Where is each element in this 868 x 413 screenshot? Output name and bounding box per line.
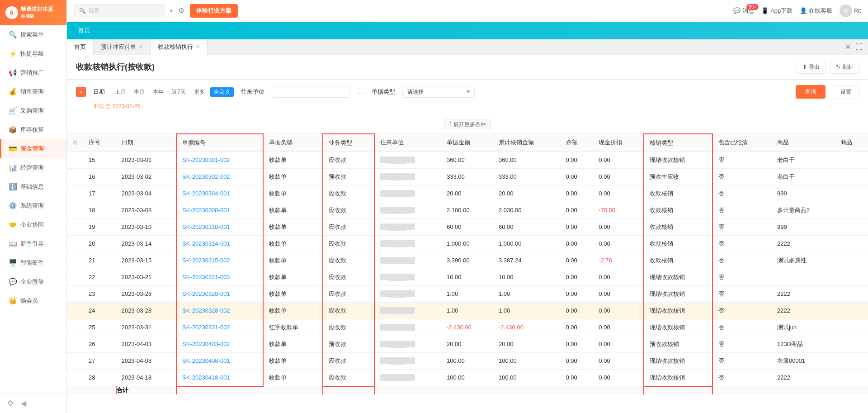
receipt-type-select[interactable]: 请选择 收款单 红字收款单	[402, 86, 475, 98]
row-balance: 0.00	[561, 302, 594, 319]
code-link[interactable]: SK-20230328-001	[182, 290, 230, 297]
row-balance: 0.00	[561, 336, 594, 352]
table-row: 24 2023-03-28 SK-20230328-002 收款单 应收款 ██…	[67, 302, 868, 319]
online-service-button[interactable]: 👤 在线客服	[800, 7, 832, 15]
export-button[interactable]: ⬆ 导出	[797, 61, 826, 74]
code-link[interactable]: SK-20230403-002	[182, 341, 230, 347]
sidebar-item-operations[interactable]: 📊 经营管理	[0, 158, 66, 177]
code-link[interactable]: SK-20230301-002	[182, 157, 230, 163]
sidebar-item-finance[interactable]: 💳 资金管理	[0, 139, 66, 158]
row-date: 2023-03-01	[116, 152, 176, 168]
row-date: 2023-03-21	[116, 269, 176, 285]
sidebar-label-hardware: 智能硬件	[20, 259, 44, 267]
row-checkbox[interactable]	[67, 285, 83, 302]
solution-button[interactable]: 体验行业方案	[190, 4, 238, 18]
filter-date-last-month[interactable]: 上月	[112, 87, 128, 97]
col-date-header: 日期	[116, 134, 176, 152]
row-checkbox[interactable]	[67, 202, 83, 218]
sidebar-item-quick[interactable]: ⚡ 快捷导航	[0, 44, 66, 63]
code-link[interactable]: SK-20230310-001	[182, 223, 230, 230]
filter-date-7days[interactable]: 近7天	[169, 87, 189, 97]
app-download-button[interactable]: 📱 App下载	[761, 7, 793, 15]
code-link[interactable]: SK-20230315-002	[182, 257, 230, 264]
sidebar-item-marketing[interactable]: 📢 营销推广	[0, 63, 66, 82]
filter-date-range: 不限 至 2023-07-26	[93, 103, 140, 110]
code-link[interactable]: SK-20230314-001	[182, 240, 230, 247]
counterparty-ellipsis[interactable]: ...	[357, 88, 365, 95]
filter-date-this-month[interactable]: 本月	[131, 87, 147, 97]
messages-button[interactable]: 💬 消息 99+	[733, 7, 754, 15]
code-link[interactable]: SK-20230328-002	[182, 307, 230, 314]
row-settled: 否	[712, 319, 772, 336]
search-chevron-icon[interactable]: ▾	[170, 8, 173, 14]
sidebar-logo: 6 畅康道好生意 标准版	[0, 0, 66, 25]
refresh-button[interactable]: ↻ 刷新	[830, 61, 859, 74]
table-header-row: ⚙ 序号 日期 单据编号 单据类型 业务类型 往来单位 单据金额 累计核销金额 …	[67, 134, 868, 152]
row-checkbox[interactable]	[67, 235, 83, 252]
col-no-header: 序号	[83, 134, 116, 152]
row-checkbox[interactable]	[67, 218, 83, 235]
col-biz-type-header: 业务类型	[323, 134, 374, 152]
tabbar-expand-icon[interactable]: ⛶	[855, 43, 863, 51]
settings-bottom-icon[interactable]: ⚙	[7, 399, 14, 408]
sidebar-item-wechat[interactable]: 💬 企业微信	[0, 272, 66, 291]
collapse-icon[interactable]: ◀	[21, 399, 26, 408]
sidebar-item-basic[interactable]: ℹ️ 基础信息	[0, 177, 66, 196]
code-link[interactable]: SK-20230308-001	[182, 207, 230, 214]
tab-home[interactable]: 首页	[67, 39, 94, 55]
code-link[interactable]: SK-20230302-002	[182, 173, 230, 180]
sidebar-item-inventory[interactable]: 📦 库存核算	[0, 120, 66, 139]
row-checkbox[interactable]	[67, 336, 83, 352]
row-checkbox[interactable]	[67, 252, 83, 269]
row-code: SK-20230418-001	[176, 369, 263, 386]
settings-gear-icon[interactable]: ⚙	[178, 6, 184, 15]
topbar-search[interactable]: 🔍 搜索	[74, 4, 165, 17]
expand-conditions-button[interactable]: ˅ 展开更多条件	[444, 119, 491, 130]
code-link[interactable]: SK-20230304-001	[182, 190, 230, 197]
filter-date-more[interactable]: 更多	[191, 87, 208, 97]
row-checkbox[interactable]	[67, 185, 83, 202]
row-counterparty: ████	[374, 269, 441, 285]
filter-bar: » 日期 上月 本月 本年 近7天 更多 自定义 往来单位 ... 单据类型	[67, 80, 868, 116]
row-code: SK-20230408-001	[176, 352, 263, 369]
filter-settings-button[interactable]: 设置	[833, 85, 859, 99]
teal-nav-home[interactable]: 首页	[76, 27, 92, 35]
filter-date-this-year[interactable]: 本年	[150, 87, 166, 97]
filter-toggle-button[interactable]: »	[76, 87, 86, 97]
code-link[interactable]: SK-20230321-003	[182, 274, 230, 280]
sidebar-item-system[interactable]: ⚙️ 系统管理	[0, 196, 66, 215]
row-checkbox[interactable]	[67, 352, 83, 369]
sidebar-item-guide[interactable]: 📖 新手引导	[0, 234, 66, 253]
tab-yujichong[interactable]: 预计冲应付单 ✕	[94, 39, 151, 55]
row-biz-type: 应收款	[323, 235, 374, 252]
query-button[interactable]: 查询	[796, 85, 826, 99]
sidebar-item-sales[interactable]: 💰 销售管理	[0, 82, 66, 101]
row-checkbox[interactable]	[67, 302, 83, 319]
col-settings[interactable]: ⚙	[67, 134, 83, 152]
code-link[interactable]: SK-20230418-001	[182, 374, 230, 381]
filter-custom-button[interactable]: 自定义	[210, 87, 234, 97]
sidebar-item-search[interactable]: 🔍 搜索菜单	[0, 25, 66, 44]
counterparty-input[interactable]	[272, 86, 349, 98]
table-scroll[interactable]: ⚙ 序号 日期 单据编号 单据类型 业务类型 往来单位 单据金额 累计核销金额 …	[67, 133, 868, 395]
row-checkbox[interactable]	[67, 168, 83, 185]
user-avatar[interactable]: R Rit	[840, 5, 861, 17]
row-settled: 否	[712, 202, 772, 218]
sidebar-item-hardware[interactable]: 🖥️ 智能硬件	[0, 253, 66, 272]
sidebar-item-member[interactable]: 👑 畅会员	[0, 291, 66, 310]
code-link[interactable]: SK-20230408-001	[182, 357, 230, 364]
tab-yujichong-close[interactable]: ✕	[139, 44, 143, 50]
tab-shoukuan-close[interactable]: ✕	[196, 44, 200, 50]
tabbar-close-icon[interactable]: ✕	[845, 43, 851, 51]
sidebar-item-enterprise[interactable]: 🤝 企业协同	[0, 215, 66, 234]
row-checkbox[interactable]	[67, 152, 83, 168]
row-checkbox[interactable]	[67, 369, 83, 386]
sidebar-item-purchase[interactable]: 🛒 采购管理	[0, 101, 66, 120]
code-link[interactable]: SK-20230331-002	[182, 324, 230, 331]
row-cumulative: 20.00	[493, 185, 561, 202]
row-product: 衣服00001	[772, 352, 835, 369]
row-checkbox[interactable]	[67, 319, 83, 336]
row-checkbox[interactable]	[67, 269, 83, 285]
row-discount: 0.00	[593, 235, 644, 252]
tab-shoukuan[interactable]: 收款核销执行 ✕	[151, 39, 208, 55]
